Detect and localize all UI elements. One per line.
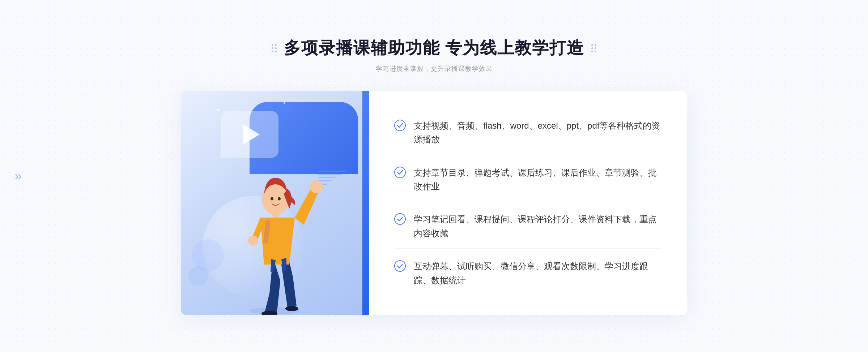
svg-point-7 [271,197,273,201]
check-icon-3 [394,213,406,225]
main-title: 多项录播课辅助功能 专为线上教学打造 [284,37,584,59]
header-title-row: 多项录播课辅助功能 专为线上教学打造 [272,37,597,59]
feature-text-3: 学习笔记回看、课程提问、课程评论打分、课件资料下载，重点内容收藏 [414,213,662,240]
feature-item-3: 学习笔记回看、课程提问、课程评论打分、课件资料下载，重点内容收藏 [394,205,662,249]
dots-right [591,44,596,52]
check-icon-2 [394,167,406,178]
feature-text-1: 支持视频、音频、flash、word、excel、ppt、pdf等各种格式的资源… [414,119,662,147]
subtitle: 学习进度全掌握，提升录播课教学效果 [272,64,597,73]
svg-point-9 [395,120,405,131]
blue-accent-bar [362,91,369,315]
svg-point-4 [248,236,258,246]
sparkle-1: ✦ [215,106,221,114]
svg-point-12 [395,261,405,271]
dots-left [272,44,277,52]
svg-point-10 [395,167,405,178]
content-area: ✦ ✦ [181,91,687,315]
sparkle-2: ✦ [282,100,286,106]
features-panel: 支持视频、音频、flash、word、excel、ppt、pdf等各种格式的资源… [369,91,687,315]
check-icon-1 [394,120,406,131]
check-icon-4 [394,260,406,272]
feature-text-2: 支持章节目录、弹题考试、课后练习、课后作业、章节测验、批改作业 [414,166,662,194]
illustration-panel: ✦ ✦ [181,91,369,315]
svg-point-2 [285,306,298,311]
feature-item-4: 互动弹幕、试听购买、微信分享、观看次数限制、学习进度跟踪、数据统计 [394,252,662,295]
header-section: 多项录播课辅助功能 专为线上教学打造 学习进度全掌握，提升录播课教学效果 [272,37,597,73]
feature-item-1: 支持视频、音频、flash、word、excel、ppt、pdf等各种格式的资源… [394,111,662,155]
left-arrow-decoration: » [14,168,22,184]
deco-circle-2 [188,266,208,286]
page-wrapper: 多项录播课辅助功能 专为线上教学打造 学习进度全掌握，提升录播课教学效果 [0,0,868,352]
svg-point-8 [278,197,281,201]
feature-text-4: 互动弹幕、试听购买、微信分享、观看次数限制、学习进度跟踪、数据统计 [414,259,662,287]
svg-point-3 [310,180,323,193]
feature-item-2: 支持章节目录、弹题考试、课后练习、课后作业、章节测验、批改作业 [394,158,662,202]
person-figure [217,142,333,315]
svg-point-11 [395,214,405,224]
